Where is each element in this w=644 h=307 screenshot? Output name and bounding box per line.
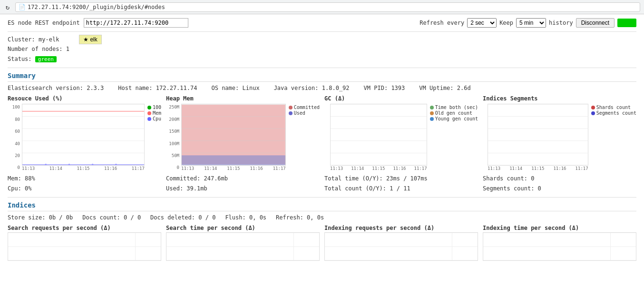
legend-dot-young <box>430 117 434 121</box>
gc-stats: Total time (O/Y): 23ms / 107ms Total cou… <box>324 174 478 193</box>
resource-chart-title: Resouce Used (%) <box>8 95 161 102</box>
refresh-stat: Refresh: 0, 0s <box>276 214 324 221</box>
summary-title: Summary <box>8 72 636 82</box>
legend-dot-shards <box>591 106 595 109</box>
mem-stat: Mem: 88% <box>8 174 161 183</box>
search-req-chart: Search requests per second (Δ) <box>8 225 161 261</box>
cluster-name-row: Cluster: my-elk <box>8 35 69 44</box>
segments-x-axis: 11:1311:1411:1511:1611:17 <box>488 166 588 171</box>
legend-label-time: Time both (sec) <box>435 105 478 110</box>
page-content: ES node REST endpoint Refresh every 2 se… <box>0 14 644 265</box>
legend-dot-old <box>430 111 434 115</box>
legend-dot-time <box>430 106 434 109</box>
legend-label-young: Young gen count <box>435 116 478 121</box>
search-req-title: Search requests per second (Δ) <box>8 225 161 231</box>
star-button[interactable]: ★ elk <box>79 35 102 44</box>
divider-summary-top <box>8 68 636 68</box>
resource-legend: 100 Mem Cpu <box>146 105 161 171</box>
gc-chart-block: GC (Δ) <box>324 95 478 193</box>
keep-select[interactable]: 5 min 10 min <box>516 18 546 28</box>
used-stat: Used: 39.1mb <box>166 184 320 193</box>
url-text[interactable]: 172.27.11.74:9200/_plugin/bigdesk/#nodes <box>28 4 165 10</box>
legend-label-old: Old gen count <box>435 110 472 116</box>
url-bar[interactable]: 📄 172.27.11.74:9200/_plugin/bigdesk/#nod… <box>15 2 640 12</box>
legend-item-shards: Shards count <box>591 105 636 110</box>
vm-uptime: VM Uptime: 2.6d <box>419 85 470 91</box>
java-version: Java version: 1.8.0_92 <box>274 85 350 91</box>
legend-label-segments: Segments count <box>596 110 636 116</box>
top-bar: ES node REST endpoint Refresh every 2 se… <box>8 18 636 28</box>
resource-stats: Mem: 88% Cpu: 0% <box>8 174 161 193</box>
heap-stats: Committed: 247.6mb Used: 39.1mb <box>166 174 320 193</box>
heap-x-axis: 11:1311:1411:1511:1611:17 <box>181 166 286 171</box>
cluster-name-value: my-elk <box>39 36 59 43</box>
top-bar-right: Refresh every 2 sec 5 sec 10 sec Keep 5 … <box>420 18 636 28</box>
resource-y1: 100 <box>9 105 20 109</box>
gc-chart-area <box>330 104 427 166</box>
disconnect-button[interactable]: Disconnect <box>576 18 615 28</box>
store-size-stat: Store size: 0b / 0b <box>8 214 73 221</box>
bottom-charts-row: Search requests per second (Δ) Search ti… <box>8 225 636 261</box>
docs-deleted-stat: Docs deleted: 0 / 0 <box>150 214 215 221</box>
cluster-nodes-value: 1 <box>66 46 69 52</box>
page-icon: 📄 <box>19 4 26 10</box>
gc-x-axis: 11:1311:1411:1511:1611:17 <box>330 166 427 171</box>
svg-point-9 <box>115 164 117 166</box>
endpoint-input[interactable] <box>84 18 188 28</box>
heap-y2: 200M <box>167 117 179 122</box>
indexing-time-area <box>483 232 636 261</box>
gc-count-stat: Total count (O/Y): 1 / 11 <box>324 184 478 193</box>
refresh-select[interactable]: 2 sec 5 sec 10 sec <box>467 18 497 28</box>
indexing-req-chart: Indexing requests per second (Δ) <box>324 225 478 261</box>
heap-chart-area <box>181 104 286 166</box>
heap-chart-block: Heap Mem 250M 200M 150M 100M 50M 0 <box>166 95 320 193</box>
resource-y5: 20 <box>9 153 20 158</box>
summary-bar: Elasticsearch version: 2.3.3 Host name: … <box>8 85 636 91</box>
legend-label-used: Used <box>294 110 305 116</box>
segments-chart-title: Indices Segments <box>483 95 636 102</box>
shards-stat: Shards count: 0 <box>483 174 636 183</box>
resource-y4: 40 <box>9 141 20 146</box>
legend-label-cpu: Cpu <box>153 116 161 121</box>
legend-dot-segments <box>591 111 595 115</box>
resource-y2: 80 <box>9 117 20 122</box>
charts-row: Resouce Used (%) 100 80 60 40 20 0 <box>8 95 636 193</box>
legend-item-used: Used <box>289 110 320 116</box>
history-label: history <box>549 20 573 26</box>
flush-stat: Flush: 0, 0s <box>225 214 266 221</box>
status-badge: green <box>35 56 57 62</box>
reload-icon[interactable]: ↻ <box>4 3 11 11</box>
indices-title: Indices <box>8 201 636 211</box>
keep-label: Keep <box>499 20 513 26</box>
search-time-title: Search time per second (Δ) <box>166 225 320 231</box>
cluster-name-label: Cluster: <box>8 36 35 43</box>
legend-dot-mem <box>147 111 151 115</box>
gc-legend: Time both (sec) Old gen count Young gen … <box>428 105 478 171</box>
heap-y6: 0 <box>167 165 179 170</box>
segments-chart-block: Indices Segments <box>483 95 636 193</box>
resource-chart-block: Resouce Used (%) 100 80 60 40 20 0 <box>8 95 161 193</box>
search-req-area <box>8 232 161 261</box>
legend-item-old-gen: Old gen count <box>430 110 478 116</box>
search-time-chart: Search time per second (Δ) <box>166 225 320 261</box>
indexing-req-title: Indexing requests per second (Δ) <box>324 225 478 231</box>
heap-legend: Committed Used <box>287 105 320 171</box>
gc-time-stat: Total time (O/Y): 23ms / 107ms <box>324 174 478 183</box>
resource-x-axis: 11:1311:1411:1511:1611:17 <box>22 166 145 171</box>
cluster-info: Cluster: my-elk Number of nodes: 1 Statu… <box>8 35 636 64</box>
legend-dot-used <box>289 111 293 115</box>
heap-y4: 100M <box>167 141 179 146</box>
browser-bar: ↻ 📄 172.27.11.74:9200/_plugin/bigdesk/#n… <box>0 0 644 14</box>
heap-y3: 150M <box>167 129 179 134</box>
legend-item-young-gen: Young gen count <box>430 116 478 121</box>
legend-item-time-both: Time both (sec) <box>430 105 478 110</box>
svg-point-7 <box>68 164 70 166</box>
committed-stat: Committed: 247.6mb <box>166 174 320 183</box>
cluster-details: Cluster: my-elk Number of nodes: 1 Statu… <box>8 35 69 64</box>
cluster-nodes-label: Number of nodes: <box>8 46 63 52</box>
indexing-time-title: Indexing time per second (Δ) <box>483 225 636 231</box>
segments-stats: Shards count: 0 Segments count: 0 <box>483 174 636 193</box>
indexing-req-area <box>324 232 478 261</box>
legend-item-cpu: Cpu <box>147 116 161 121</box>
resource-chart-area <box>22 104 145 166</box>
